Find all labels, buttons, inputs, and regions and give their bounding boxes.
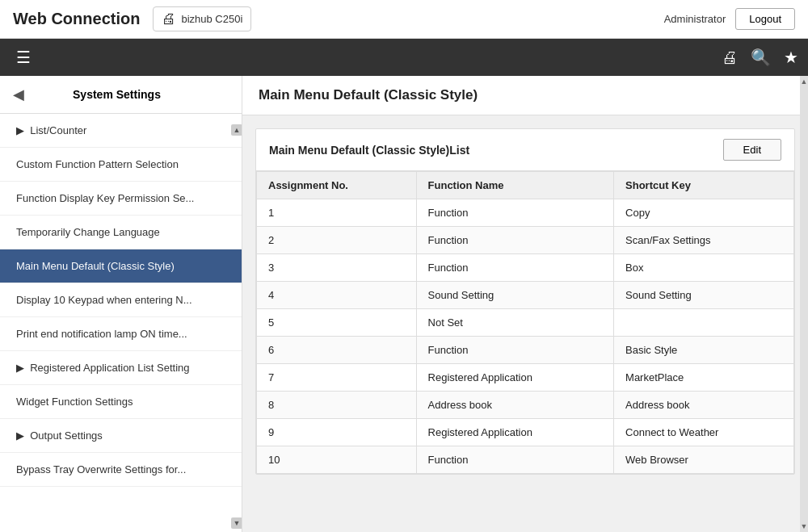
printer-nav-icon[interactable]: 🖨 xyxy=(722,48,738,67)
cell-assignment-no: 6 xyxy=(257,337,417,364)
sidebar-header: ◀ System Settings xyxy=(0,76,242,114)
printer-icon: 🖨 xyxy=(162,10,176,27)
sidebar-item-widget-function[interactable]: Widget Function Settings xyxy=(0,385,242,419)
sidebar-item-label: Display 10 Keypad when entering N... xyxy=(16,294,192,306)
top-bar: Web Connection 🖨 bizhub C250i Administra… xyxy=(0,0,808,39)
star-nav-icon[interactable]: ★ xyxy=(784,48,798,67)
data-table: Assignment No. Function Name Shortcut Ke… xyxy=(256,171,794,474)
sidebar-item-registered-app[interactable]: ▶ Registered Application List Setting xyxy=(0,351,242,385)
cell-shortcut-key: Box xyxy=(614,254,794,282)
table-row: 10FunctionWeb Browser xyxy=(257,446,794,474)
sidebar-item-label: ▶ Registered Application List Setting xyxy=(16,362,190,374)
cell-assignment-no: 9 xyxy=(257,419,417,446)
cell-function-name: Function xyxy=(416,446,613,474)
sidebar-scroll: ▶ List/Counter Custom Function Pattern S… xyxy=(0,114,242,532)
hamburger-button[interactable]: ☰ xyxy=(10,44,37,70)
cell-assignment-no: 10 xyxy=(257,446,417,474)
admin-label: Administrator xyxy=(664,13,726,25)
sidebar-item-label: ▶ Output Settings xyxy=(16,429,103,442)
sidebar-scroll-up[interactable]: ▲ xyxy=(231,124,242,136)
table-row: 5Not Set xyxy=(257,309,794,337)
content-scroll-down[interactable]: ▼ xyxy=(801,522,808,530)
sidebar-item-label: Function Display Key Permission Se... xyxy=(16,192,194,204)
cell-shortcut-key: MarketPlace xyxy=(614,364,794,392)
sidebar-item-custom-function[interactable]: Custom Function Pattern Selection xyxy=(0,148,242,182)
second-bar-icons: 🖨 🔍 ★ xyxy=(722,48,798,67)
cell-assignment-no: 4 xyxy=(257,282,417,309)
app-title: Web Connection xyxy=(13,10,140,28)
hamburger-icon: ☰ xyxy=(16,48,31,66)
cell-function-name: Registered Application xyxy=(416,419,613,446)
sidebar-item-label: Main Menu Default (Classic Style) xyxy=(16,260,175,272)
cell-function-name: Registered Application xyxy=(416,364,613,392)
col-header-shortcut: Shortcut Key xyxy=(614,172,794,199)
sidebar-item-label: Bypass Tray Overwrite Settings for... xyxy=(16,463,186,475)
cell-function-name: Function xyxy=(416,199,613,227)
sidebar-item-list-counter[interactable]: ▶ List/Counter xyxy=(0,114,242,148)
sidebar-item-label: Widget Function Settings xyxy=(16,396,133,408)
logout-button[interactable]: Logout xyxy=(735,8,795,30)
top-bar-right: Administrator Logout xyxy=(664,8,795,30)
cell-shortcut-key: Basic Style xyxy=(614,337,794,364)
content-body: Main Menu Default (Classic Style)List Ed… xyxy=(242,115,808,532)
list-card-title: Main Menu Default (Classic Style)List xyxy=(269,144,469,157)
sidebar-item-temp-language[interactable]: Temporarily Change Language xyxy=(0,216,242,249)
cell-shortcut-key: Connect to Weather xyxy=(614,419,794,446)
cell-shortcut-key xyxy=(614,309,794,337)
cell-shortcut-key: Sound Setting xyxy=(614,282,794,309)
sidebar-item-label: Custom Function Pattern Selection xyxy=(16,158,179,170)
edit-button[interactable]: Edit xyxy=(723,139,781,161)
sidebar-item-display-10-keypad[interactable]: Display 10 Keypad when entering N... xyxy=(0,283,242,317)
cell-function-name: Function xyxy=(416,227,613,254)
cell-assignment-no: 3 xyxy=(257,254,417,282)
sidebar-item-output-settings[interactable]: ▶ Output Settings xyxy=(0,419,242,453)
top-bar-left: Web Connection 🖨 bizhub C250i xyxy=(13,6,251,31)
table-row: 4Sound SettingSound Setting xyxy=(257,282,794,309)
list-card: Main Menu Default (Classic Style)List Ed… xyxy=(255,128,795,475)
sidebar-item-label: Temporarily Change Language xyxy=(16,226,160,238)
cell-assignment-no: 8 xyxy=(257,392,417,419)
main-layout: ◀ System Settings ▶ List/Counter Custom … xyxy=(0,76,808,532)
cell-shortcut-key: Scan/Fax Settings xyxy=(614,227,794,254)
sidebar-item-bypass-tray[interactable]: Bypass Tray Overwrite Settings for... xyxy=(0,453,242,487)
cell-function-name: Sound Setting xyxy=(416,282,613,309)
sidebar-scroll-down[interactable]: ▼ xyxy=(231,517,242,529)
table-row: 6FunctionBasic Style xyxy=(257,337,794,364)
cell-function-name: Function xyxy=(416,254,613,282)
cell-assignment-no: 1 xyxy=(257,199,417,227)
cell-shortcut-key: Copy xyxy=(614,199,794,227)
list-card-header: Main Menu Default (Classic Style)List Ed… xyxy=(256,129,794,171)
cell-assignment-no: 7 xyxy=(257,364,417,392)
cell-function-name: Not Set xyxy=(416,309,613,337)
sidebar-title: System Settings xyxy=(73,88,161,101)
cell-assignment-no: 5 xyxy=(257,309,417,337)
device-badge: 🖨 bizhub C250i xyxy=(153,6,251,31)
sidebar-item-print-end-notification[interactable]: Print end notification lamp ON time... xyxy=(0,317,242,351)
cell-function-name: Function xyxy=(416,337,613,364)
sidebar-item-main-menu-default[interactable]: Main Menu Default (Classic Style) xyxy=(0,249,242,283)
page-title: Main Menu Default (Classic Style) xyxy=(242,76,808,115)
cell-function-name: Address book xyxy=(416,392,613,419)
sidebar-item-label: ▶ List/Counter xyxy=(16,124,86,136)
table-row: 8Address bookAddress book xyxy=(257,392,794,419)
content-area: Main Menu Default (Classic Style) Main M… xyxy=(242,76,808,532)
sidebar-item-function-display[interactable]: Function Display Key Permission Se... xyxy=(0,182,242,216)
col-header-assignment: Assignment No. xyxy=(257,172,417,199)
sidebar-item-label: Print end notification lamp ON time... xyxy=(16,328,187,340)
sidebar-back-button[interactable]: ◀ xyxy=(13,86,24,103)
table-row: 2FunctionScan/Fax Settings xyxy=(257,227,794,254)
search-nav-icon[interactable]: 🔍 xyxy=(751,48,771,67)
table-row: 3FunctionBox xyxy=(257,254,794,282)
content-scroll-up[interactable]: ▲ xyxy=(801,77,808,86)
col-header-function: Function Name xyxy=(416,172,613,199)
table-row: 7Registered ApplicationMarketPlace xyxy=(257,364,794,392)
table-row: 1FunctionCopy xyxy=(257,199,794,227)
device-name: bizhub C250i xyxy=(181,13,242,25)
sidebar: ◀ System Settings ▶ List/Counter Custom … xyxy=(0,76,242,532)
table-row: 9Registered ApplicationConnect to Weathe… xyxy=(257,419,794,446)
cell-assignment-no: 2 xyxy=(257,227,417,254)
second-bar: ☰ 🖨 🔍 ★ xyxy=(0,39,808,76)
cell-shortcut-key: Address book xyxy=(614,392,794,419)
cell-shortcut-key: Web Browser xyxy=(614,446,794,474)
